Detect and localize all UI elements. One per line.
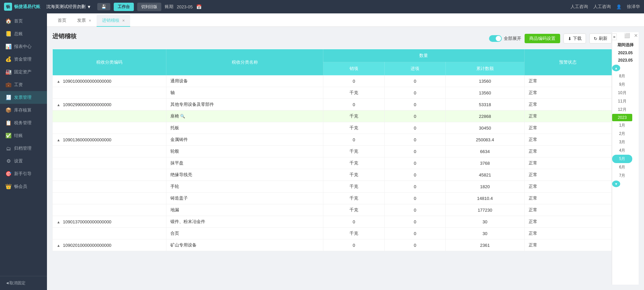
col-quantity-group: 数量 xyxy=(323,49,524,62)
month-2[interactable]: 2月 xyxy=(612,130,632,138)
month-8[interactable]: 8月 xyxy=(612,72,632,80)
status-cell: 正常 xyxy=(524,169,611,181)
main-area: 🏠 首页 📒 总账 📊 报表中心 💰 资金管理 🏭 固定资产 💼 工资 xyxy=(0,13,644,290)
panel-expand-button[interactable]: ⬜ xyxy=(624,33,630,38)
tax-name-cell: 轮毂 xyxy=(166,146,323,157)
sidebar-pin-toggle[interactable]: ◄取消固定 xyxy=(0,276,47,290)
cumulative-cell: 30 xyxy=(446,216,524,228)
tax-code-cell: ▲ 10901370000000000000 xyxy=(53,216,166,228)
purchase-cell: 0 xyxy=(384,87,445,99)
sidebar-item-guide[interactable]: 🎯 新手引导 xyxy=(0,167,47,180)
purchase-cell: 0 xyxy=(384,228,445,239)
tax-name-cell: 合页 xyxy=(166,228,323,239)
sidebar-item-funds[interactable]: 💰 资金管理 xyxy=(0,53,47,66)
toggle-switch[interactable] xyxy=(489,35,502,42)
cumulative-cell: 14810.4 xyxy=(446,193,524,204)
tax-code-cell: ▲ 10901000000000000000 xyxy=(53,75,166,87)
sales-cell: 0 xyxy=(323,99,384,111)
expand-all-label: 全部展开 xyxy=(504,35,521,42)
month-9[interactable]: 9月 xyxy=(612,80,632,89)
workbench-button[interactable]: 工作台 xyxy=(114,3,134,11)
sales-unit-cell: 千克 xyxy=(323,146,384,157)
tax-code-cell xyxy=(53,228,166,239)
sales-unit-cell: 千克 xyxy=(323,204,384,216)
content-area: 首页 发票 ✕ 进销稽核 ✕ 进销稽核 xyxy=(47,13,644,290)
tax-name-cell: 绝缘导线壳 xyxy=(166,169,323,181)
tax-code-cell: ▲ 10902990000000000000 xyxy=(53,99,166,111)
sidebar-item-inventory[interactable]: 📦 库存核算 xyxy=(0,104,47,117)
expand-icon[interactable]: ▲ xyxy=(57,138,60,142)
tab-bar: 首页 发票 ✕ 进销稽核 ✕ xyxy=(47,13,644,27)
expand-icon[interactable]: ▲ xyxy=(57,220,60,224)
sidebar-item-settings[interactable]: ⚙ 设置 xyxy=(0,155,47,167)
month-11[interactable]: 11月 xyxy=(612,97,632,105)
year-2023-alt[interactable]: 2023.05 xyxy=(612,57,639,64)
cumulative-cell: 3768 xyxy=(446,157,524,169)
month-7[interactable]: 7月 xyxy=(612,171,632,180)
purchase-cell: 0 xyxy=(384,134,445,146)
expand-all-toggle[interactable]: 全部展开 xyxy=(489,35,521,42)
month-4[interactable]: 4月 xyxy=(612,146,632,155)
sidebar-item-archive[interactable]: 🗂 归档管理 xyxy=(0,142,47,155)
purchase-cell: 0 xyxy=(384,157,445,169)
status-cell: 正常 xyxy=(524,122,611,134)
sidebar-item-home[interactable]: 🏠 首页 xyxy=(0,15,47,27)
cumulative-cell: 6634 xyxy=(446,146,524,157)
month-10[interactable]: 10月 xyxy=(612,89,632,97)
sidebar-item-label: 发票管理 xyxy=(14,94,32,100)
company-selector[interactable]: 沈海英测试经营勿删 ▼ xyxy=(44,2,94,11)
member-icon: 👑 xyxy=(5,184,11,190)
funds-icon: 💰 xyxy=(5,56,11,62)
sidebar-item-member[interactable]: 👑 畅会员 xyxy=(0,180,47,193)
month-5[interactable]: 5月 xyxy=(612,155,632,163)
status-cell: 正常 xyxy=(524,111,611,122)
tax-name-cell: 托板 xyxy=(166,122,323,134)
support-text: 人工咨询 xyxy=(593,4,611,10)
sidebar-item-invoices[interactable]: 🧾 发票管理 xyxy=(0,91,47,104)
scroll-down-button[interactable]: ▼ xyxy=(612,180,620,187)
sidebar-item-tax[interactable]: 📋 税务管理 xyxy=(0,117,47,129)
sidebar-item-assets[interactable]: 🏭 固定资产 xyxy=(0,66,47,78)
tab-reconcile-close[interactable]: ✕ xyxy=(122,19,125,22)
sidebar-item-label: 报表中心 xyxy=(14,44,32,50)
month-1[interactable]: 1月 xyxy=(612,121,632,130)
download-icon: ⬇ xyxy=(568,36,572,41)
product-code-settings-button[interactable]: 商品编码设置 xyxy=(525,34,560,43)
panel-collapse-button[interactable]: » xyxy=(612,33,617,40)
tab-reconcile[interactable]: 进销稽核 ✕ xyxy=(97,15,130,27)
tab-invoices[interactable]: 发票 ✕ xyxy=(72,15,97,27)
expand-icon[interactable]: ▲ xyxy=(57,103,60,107)
table-row: 合页 千克 0 30 正常 xyxy=(53,228,612,239)
scroll-up-button[interactable]: ▲ xyxy=(612,65,620,71)
expand-icon[interactable]: ▲ xyxy=(57,243,60,247)
status-cell: 正常 xyxy=(524,99,611,111)
year-2023-label[interactable]: 2023.05 xyxy=(612,49,639,57)
download-button[interactable]: ⬇ 下载 xyxy=(564,33,586,44)
expand-icon[interactable]: ▲ xyxy=(57,79,60,83)
tab-home[interactable]: 首页 xyxy=(52,15,72,27)
sidebar-item-label: 新手引导 xyxy=(14,171,32,177)
switch-version-button[interactable]: 切到旧版 xyxy=(137,3,161,11)
save-draft-button[interactable]: 💾 xyxy=(97,3,110,10)
month-3[interactable]: 3月 xyxy=(612,138,632,146)
sidebar-item-label: 畅会员 xyxy=(14,184,27,190)
period-label: 账期 xyxy=(165,4,173,10)
calendar-icon[interactable]: 📅 xyxy=(196,4,202,9)
table-row: ▲ 10902990000000000000 其他专用设备及零部件 0 0 53… xyxy=(53,99,612,111)
page-title: 进销稽核 xyxy=(52,32,76,40)
sidebar-item-reports[interactable]: 📊 报表中心 xyxy=(0,40,47,53)
status-cell: 正常 xyxy=(524,216,611,228)
sidebar-item-ledger[interactable]: 📒 总账 xyxy=(0,27,47,40)
table-row: 手轮 千克 0 1820 正常 xyxy=(53,181,612,193)
month-12[interactable]: 12月 xyxy=(612,105,632,114)
support-label[interactable]: 人工咨询 xyxy=(571,4,588,10)
sidebar-item-payroll[interactable]: 💼 工资 xyxy=(0,78,47,91)
month-6[interactable]: 6月 xyxy=(612,163,632,171)
search-icon-small[interactable]: 🔍 xyxy=(180,114,185,119)
sidebar-item-label: 结账 xyxy=(14,133,23,139)
refresh-button[interactable]: ↻ 刷新 xyxy=(589,33,612,44)
sidebar-item-settlement[interactable]: ✅ 结账 xyxy=(0,129,47,142)
panel-close-button[interactable]: ✕ xyxy=(634,33,638,38)
col-cumulative: 累计数额 xyxy=(446,62,524,75)
tab-invoices-close[interactable]: ✕ xyxy=(89,19,91,22)
